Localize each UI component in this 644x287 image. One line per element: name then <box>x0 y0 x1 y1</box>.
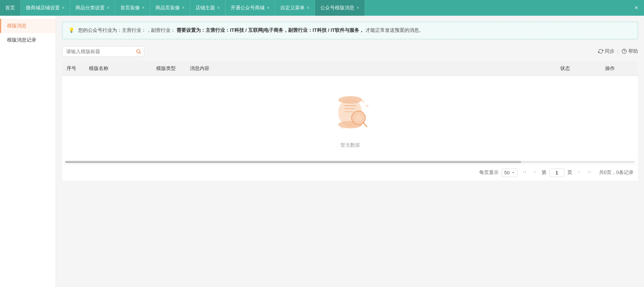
col-type: 模版类型 <box>152 61 185 76</box>
empty-text: 暂无数据 <box>62 142 638 149</box>
close-category-settings[interactable]: × <box>107 5 110 10</box>
col-content: 消息内容 <box>185 61 556 76</box>
close-homepage-decoration[interactable]: × <box>142 5 145 10</box>
search-bar: 同步 | 帮助 <box>62 46 638 57</box>
main-content: 💡 您的公众号行业为：主营行业：，副营行业： 需要设置为：主营行业：IT科技 /… <box>56 16 644 287</box>
svg-line-12 <box>363 122 367 126</box>
col-name: 模版名称 <box>84 61 152 76</box>
prev-page-icon <box>533 170 537 174</box>
nav-home[interactable]: 首页 <box>0 0 21 16</box>
nav-custom-menu[interactable]: 自定义菜单 × <box>275 0 315 16</box>
col-status: 状态 <box>556 61 601 76</box>
scrollbar-thumb <box>65 161 521 163</box>
page-unit: 页 <box>567 169 572 176</box>
divider: | <box>617 49 619 54</box>
sidebar-item-template-message[interactable]: 模版消息 <box>0 19 56 33</box>
search-icon <box>136 49 141 54</box>
last-page-icon <box>587 170 592 174</box>
nav-homepage-decoration[interactable]: 首页装修 × <box>115 0 150 16</box>
nav-store-theme[interactable]: 店铺主题 × <box>190 0 225 16</box>
notice-prefix: 您的公众号行业为：主营行业：，副营行业： <box>78 27 175 33</box>
first-page-icon <box>522 170 527 174</box>
last-page-button[interactable] <box>586 169 593 176</box>
sync-button[interactable]: 同步 <box>598 48 614 55</box>
close-store-settings[interactable]: × <box>62 5 65 10</box>
col-seq: 序号 <box>62 61 84 76</box>
notice-icon: 💡 <box>68 27 74 33</box>
per-page-select[interactable]: 50 <box>502 168 517 177</box>
help-button[interactable]: 帮助 <box>622 48 638 55</box>
main-layout: 模版消息 模版消息记录 💡 您的公众号行业为：主营行业：，副营行业： 需要设置为… <box>0 16 644 287</box>
empty-svg <box>328 91 373 136</box>
svg-point-0 <box>137 49 140 53</box>
empty-row: 暂无数据 <box>62 76 638 160</box>
svg-point-13 <box>341 124 345 129</box>
help-icon <box>622 49 627 54</box>
pagination: 每页显示 50 第 页 <box>62 164 638 181</box>
col-action: 操作 <box>601 61 638 76</box>
empty-illustration <box>328 91 373 136</box>
nav-store-settings[interactable]: 微商城店铺设置 × <box>21 0 70 16</box>
svg-point-14 <box>362 100 365 103</box>
prev-page-button[interactable] <box>531 169 539 176</box>
nav-template-message[interactable]: 公众号模版消息 × <box>315 0 365 16</box>
scrollbar-area <box>62 160 638 164</box>
svg-rect-9 <box>344 111 353 112</box>
search-right: 同步 | 帮助 <box>598 48 638 55</box>
search-button[interactable] <box>136 49 141 54</box>
nav-open-mall[interactable]: 开通公众号商城 × <box>225 0 275 16</box>
sync-icon <box>598 49 603 54</box>
close-store-theme[interactable]: × <box>217 5 220 10</box>
notice-highlight: 需要设置为：主营行业：IT科技 / 互联网|电子商务，副营行业：IT科技 / I… <box>176 27 364 33</box>
close-all-button[interactable]: × <box>629 0 644 16</box>
notice-suffix: 才能正常发送预置的消息。 <box>366 27 424 33</box>
search-input-wrap <box>62 46 144 57</box>
empty-state: 暂无数据 <box>62 76 638 160</box>
chevron-down-icon <box>511 171 515 174</box>
search-input[interactable] <box>62 46 144 57</box>
close-product-decoration[interactable]: × <box>182 5 185 10</box>
total-info: 共0页，0条记录 <box>599 169 634 176</box>
next-page-icon <box>577 170 581 174</box>
sidebar-item-template-message-record[interactable]: 模版消息记录 <box>0 33 56 47</box>
close-custom-menu[interactable]: × <box>307 5 309 10</box>
nav-category-settings[interactable]: 商品分类设置 × <box>70 0 115 16</box>
close-open-mall[interactable]: × <box>267 5 269 10</box>
page-number-input[interactable] <box>549 168 564 177</box>
svg-rect-8 <box>344 108 355 109</box>
svg-line-1 <box>139 52 141 54</box>
next-page-button[interactable] <box>575 169 583 176</box>
notice-box: 💡 您的公众号行业为：主营行业：，副营行业： 需要设置为：主营行业：IT科技 /… <box>62 22 638 39</box>
first-page-button[interactable] <box>521 169 528 176</box>
close-template-message[interactable]: × <box>357 5 359 10</box>
svg-rect-7 <box>344 105 356 106</box>
data-table: 序号 模版名称 模版类型 消息内容 状态 操作 <box>62 61 638 160</box>
table-header-row: 序号 模版名称 模版类型 消息内容 状态 操作 <box>62 61 638 76</box>
page-label: 第 <box>542 169 546 176</box>
per-page-label: 每页显示 <box>479 169 499 176</box>
search-left <box>62 46 144 57</box>
scrollbar-track[interactable] <box>65 161 635 163</box>
top-navigation: 首页 微商城店铺设置 × 商品分类设置 × 首页装修 × 商品页装修 × 店铺主… <box>0 0 644 16</box>
svg-point-5 <box>338 96 362 104</box>
nav-product-decoration[interactable]: 商品页装修 × <box>150 0 190 16</box>
sidebar: 模版消息 模版消息记录 <box>0 16 56 287</box>
